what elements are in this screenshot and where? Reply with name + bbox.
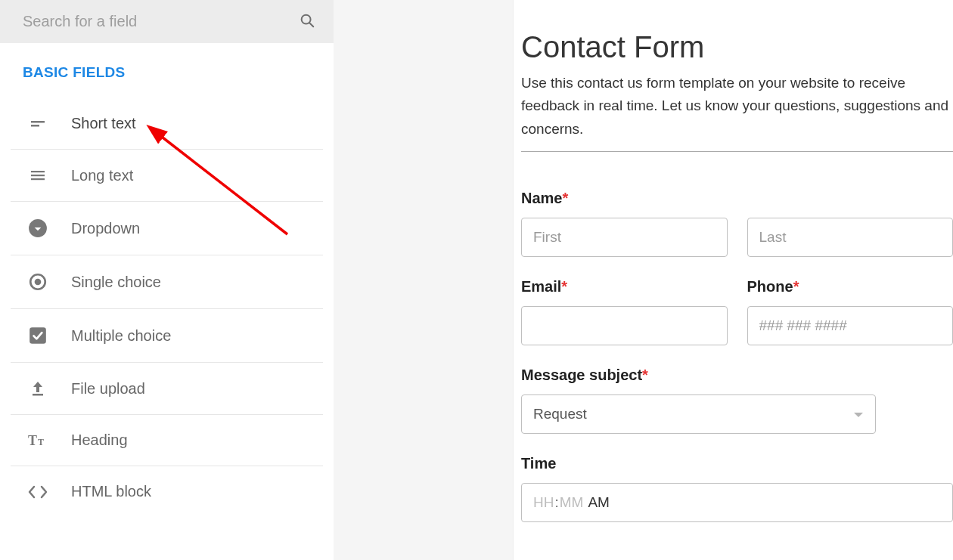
subject-field: Message subject* Request: [521, 367, 876, 434]
phone-label: Phone*: [747, 278, 954, 295]
subject-select[interactable]: Request: [521, 394, 876, 434]
field-label: Multiple choice: [71, 327, 171, 345]
upload-icon: [26, 379, 50, 398]
form-title[interactable]: Contact Form: [521, 30, 953, 64]
field-list: Short text Long text: [0, 97, 334, 517]
name-last-input[interactable]: [747, 218, 954, 257]
svg-rect-4: [31, 171, 45, 172]
name-first-input[interactable]: [521, 218, 728, 257]
sidebar-fields-panel: BASIC FIELDS Short text: [0, 0, 334, 560]
search-icon[interactable]: [299, 12, 315, 32]
field-label: Short text: [71, 115, 136, 132]
phone-field: Phone*: [747, 278, 954, 345]
subject-value: Request: [533, 406, 587, 422]
field-label: Heading: [71, 432, 128, 449]
search-bar: [0, 0, 334, 43]
field-item-file-upload[interactable]: File upload: [11, 363, 323, 415]
email-input[interactable]: [521, 306, 728, 345]
search-input[interactable]: [23, 13, 299, 30]
svg-rect-11: [33, 394, 43, 396]
subject-label: Message subject*: [521, 367, 876, 384]
form-preview-area: Contact Form Use this contact us form te…: [514, 0, 953, 560]
time-colon: :: [554, 494, 558, 511]
field-label: Dropdown: [71, 220, 140, 237]
field-item-multiple-choice[interactable]: Multiple choice: [11, 309, 323, 363]
svg-text:T: T: [38, 437, 44, 447]
subject-row: Message subject* Request: [521, 367, 953, 434]
svg-text:T: T: [28, 433, 37, 448]
time-hh: HH: [533, 494, 554, 511]
svg-point-9: [35, 279, 42, 286]
field-label: HTML block: [71, 483, 151, 500]
field-label: Single choice: [71, 274, 161, 291]
phone-input[interactable]: [747, 306, 954, 345]
dropdown-icon: [26, 218, 50, 238]
spacer-label: [747, 190, 954, 207]
time-field: Time HH : MM AM: [521, 455, 953, 522]
field-label: File upload: [71, 380, 145, 398]
time-row: Time HH : MM AM: [521, 455, 953, 522]
heading-icon: T T: [26, 432, 50, 449]
field-item-heading[interactable]: T T Heading: [11, 415, 323, 466]
time-input[interactable]: HH : MM AM: [521, 483, 953, 522]
field-item-html-block[interactable]: HTML block: [11, 466, 323, 517]
short-text-icon: [26, 114, 50, 132]
form-description[interactable]: Use this contact us form template on you…: [521, 72, 953, 152]
email-phone-row: Email* Phone*: [521, 278, 953, 345]
radio-icon: [26, 272, 50, 292]
svg-rect-6: [31, 178, 45, 180]
name-last-wrap: [747, 190, 954, 257]
field-item-single-choice[interactable]: Single choice: [11, 255, 323, 309]
time-ampm: AM: [588, 494, 610, 511]
svg-rect-2: [31, 121, 45, 123]
svg-rect-10: [29, 327, 46, 344]
field-item-dropdown[interactable]: Dropdown: [11, 202, 323, 255]
long-text-icon: [26, 166, 50, 184]
canvas-gutter: [334, 0, 514, 560]
svg-line-1: [309, 23, 313, 26]
name-row: Name*: [521, 190, 953, 257]
name-label: Name*: [521, 190, 728, 207]
field-item-long-text[interactable]: Long text: [11, 150, 323, 202]
code-icon: [26, 484, 50, 500]
checkbox-icon: [26, 326, 50, 345]
field-item-short-text[interactable]: Short text: [11, 97, 323, 150]
time-mm: MM: [560, 494, 584, 511]
email-label: Email*: [521, 278, 728, 295]
svg-rect-3: [31, 125, 39, 127]
email-field: Email*: [521, 278, 728, 345]
name-field: Name*: [521, 190, 728, 257]
time-label: Time: [521, 455, 953, 472]
section-header-basic-fields: BASIC FIELDS: [0, 43, 334, 97]
chevron-down-icon: [853, 406, 864, 422]
svg-rect-5: [31, 175, 45, 176]
field-label: Long text: [71, 167, 133, 184]
